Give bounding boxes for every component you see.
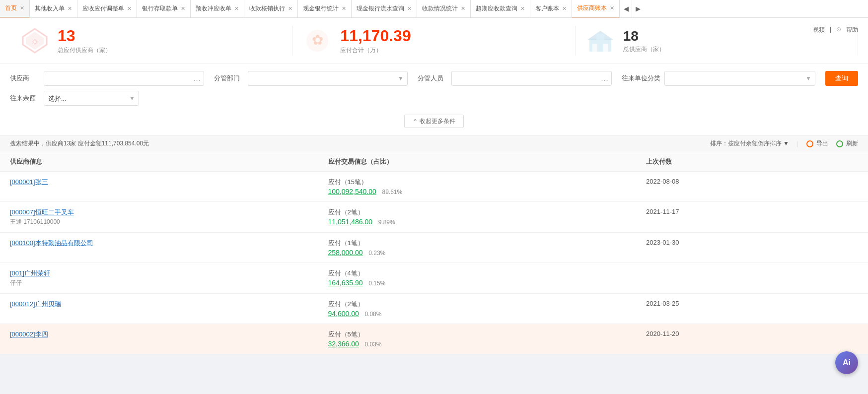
- nav-tab-receipt-stats[interactable]: 收款情况统计 ✕: [417, 0, 471, 18]
- lastpay-2: 2021-11-17: [646, 208, 858, 215]
- trans-amount-2[interactable]: 11,051,486.00: [328, 218, 373, 226]
- result-summary: 搜索结果中，供应商13家 应付金额111,703,854.00元: [10, 139, 149, 148]
- trans-amount-6[interactable]: 32,366.00: [328, 340, 359, 348]
- supplier-info-6: [000002]李四: [10, 330, 328, 339]
- lastpay-5: 2021-03-25: [646, 300, 858, 307]
- collapse-button[interactable]: ⌃ 收起更多条件: [404, 115, 464, 128]
- nav-tab-receipt-verify[interactable]: 收款核销执行 ✕: [244, 0, 298, 18]
- dept-select[interactable]: [248, 71, 408, 86]
- stat-info-suppliers: 13 总应付供应商（家）: [58, 27, 111, 55]
- nav-tab-supplier-book-label: 供应商账本: [577, 4, 607, 12]
- nav-tab-cash-bank-flow-close[interactable]: ✕: [407, 5, 412, 12]
- trans-amount-4[interactable]: 164,635.90: [328, 279, 363, 287]
- trans-amount-3[interactable]: 258,000.00: [328, 249, 363, 257]
- top-right-links: 视频 | ⊙ 帮助: [813, 26, 858, 34]
- nav-tab-cash-bank-stats[interactable]: 现金银行统计 ✕: [298, 0, 352, 18]
- lastpay-date-1: 2022-08-08: [646, 178, 679, 185]
- nav-tab-prepay-ar-close[interactable]: ✕: [234, 5, 239, 12]
- supplier-link-3[interactable]: [000100]本特勤油品有限公司: [10, 239, 328, 248]
- stat-number-suppliers: 13: [58, 27, 111, 45]
- supplier-link-1[interactable]: [000001]张三: [10, 178, 328, 187]
- svg-text:◇: ◇: [32, 37, 38, 45]
- trans-amount-1[interactable]: 100,092,540.00: [328, 188, 376, 196]
- collapse-label: 收起更多条件: [420, 117, 455, 126]
- trans-pct-2: 9.89%: [378, 219, 395, 226]
- nav-tab-ar-ap-adjust-close[interactable]: ✕: [127, 5, 132, 12]
- transaction-cell-1: 应付（15笔） 100,092,540.00 89.61%: [328, 178, 647, 196]
- trans-pct-6: 0.03%: [364, 341, 381, 348]
- nav-tab-customer-book-close[interactable]: ✕: [562, 5, 567, 12]
- nav-tab-receipt-verify-close[interactable]: ✕: [288, 5, 292, 12]
- nav-tab-home[interactable]: 首页 ✕: [0, 0, 30, 18]
- help-icon: ⊙: [836, 26, 841, 34]
- nav-tab-customer-book-label: 客户账本: [535, 4, 559, 13]
- nav-tab-supplier-book-close[interactable]: ✕: [610, 5, 614, 11]
- person-input[interactable]: [451, 71, 612, 86]
- nav-tab-overdue-ar-close[interactable]: ✕: [520, 5, 525, 12]
- supplier-info-4: [001]广州荣轩 仔仔: [10, 269, 328, 287]
- nav-prev-arrow[interactable]: ◀: [620, 0, 632, 18]
- trans-amount-5[interactable]: 94,600.00: [328, 310, 359, 318]
- supplier-info-2: [000007]恒旺二手叉车 王通 17106110000: [10, 208, 328, 226]
- nav-tab-ar-ap-adjust[interactable]: 应收应付调整单 ✕: [77, 0, 137, 18]
- nav-next-arrow[interactable]: ▶: [632, 0, 644, 18]
- refresh-action[interactable]: 刷新: [836, 139, 858, 148]
- stat-label-suppliers: 总应付供应商（家）: [58, 46, 111, 55]
- person-more-icon[interactable]: …: [601, 74, 609, 83]
- supplier-link-5[interactable]: [000012]广州贝瑞: [10, 300, 328, 309]
- transaction-cell-6: 应付（5笔） 32,366.00 0.03%: [328, 330, 647, 348]
- nav-tab-customer-book[interactable]: 客户账本 ✕: [530, 0, 572, 18]
- transaction-cell-5: 应付（2笔） 94,600.00 0.08%: [328, 300, 647, 318]
- category-select[interactable]: [664, 71, 816, 86]
- trans-label-3: 应付（1笔）: [328, 239, 647, 248]
- supplier-link-2[interactable]: [000007]恒旺二手叉车: [10, 208, 328, 217]
- supplier-sub-4: 仔仔: [10, 279, 328, 287]
- nav-tab-bank-deposit-close[interactable]: ✕: [181, 5, 185, 12]
- supplier-link-4[interactable]: [001]广州荣轩: [10, 269, 328, 278]
- header-transaction: 应付交易信息（占比）: [328, 157, 647, 166]
- nav-tab-home-close[interactable]: ✕: [20, 5, 24, 11]
- supplier-sub-2: 王通 17106110000: [10, 218, 328, 226]
- star-icon: ✿: [302, 26, 332, 56]
- supplier-link-6[interactable]: [000002]李四: [10, 330, 328, 339]
- supplier-label: 供应商: [10, 74, 40, 83]
- balance-select[interactable]: 选择...: [44, 91, 139, 106]
- separator: |: [830, 26, 831, 34]
- stat-number-total-suppliers: 18: [623, 28, 665, 44]
- transaction-cell-4: 应付（4笔） 164,635.90 0.15%: [328, 269, 647, 287]
- nav-tab-supplier-book[interactable]: 供应商账本 ✕: [572, 0, 620, 18]
- transaction-cell-3: 应付（1笔） 258,000.00 0.23%: [328, 239, 647, 257]
- nav-tab-bank-deposit[interactable]: 银行存取款单 ✕: [137, 0, 191, 18]
- nav-tab-receipt-stats-close[interactable]: ✕: [461, 5, 465, 12]
- collapse-container: ⌃ 收起更多条件: [10, 111, 858, 128]
- nav-tab-other-income[interactable]: 其他收入单 ✕: [30, 0, 77, 18]
- nav-tab-cash-bank-flow[interactable]: 现金银行流水查询 ✕: [352, 0, 417, 18]
- nav-tab-cash-bank-stats-close[interactable]: ✕: [342, 5, 346, 12]
- stat-number-amount: 11,170.39: [340, 27, 411, 45]
- filter-supplier: 供应商 …: [10, 71, 204, 86]
- sort-label[interactable]: 排序：按应付余额倒序排序 ▼: [710, 139, 789, 148]
- table-header: 供应商信息 应付交易信息（占比） 上次付数: [0, 152, 868, 172]
- trans-label-5: 应付（2笔）: [328, 300, 647, 309]
- dept-select-wrap: ▼: [248, 71, 408, 86]
- table-row: [000007]恒旺二手叉车 王通 17106110000 应付（2笔） 11,…: [0, 202, 868, 233]
- nav-tab-prepay-ar[interactable]: 预收冲应收单 ✕: [191, 0, 244, 18]
- filter-area: 供应商 … 分管部门 ▼ 分管人员 … 往来单位分类: [0, 64, 868, 135]
- diamond-icon: ◇: [20, 26, 50, 56]
- person-label: 分管人员: [418, 74, 447, 83]
- stat-info-total-suppliers: 18 总供应商（家）: [623, 28, 665, 54]
- trans-pct-3: 0.23%: [368, 250, 385, 257]
- supplier-input-wrap: …: [44, 71, 204, 86]
- nav-tab-other-income-close[interactable]: ✕: [68, 5, 72, 12]
- help-link[interactable]: 帮助: [846, 26, 858, 34]
- supplier-more-icon[interactable]: …: [193, 74, 201, 83]
- svg-rect-9: [596, 34, 604, 40]
- query-button[interactable]: 查询: [825, 71, 858, 86]
- top-navigation: 首页 ✕ 其他收入单 ✕ 应收应付调整单 ✕ 银行存取款单 ✕ 预收冲应收单 ✕…: [0, 0, 868, 18]
- nav-tab-overdue-ar[interactable]: 超期应收款查询 ✕: [471, 0, 530, 18]
- export-action[interactable]: 导出: [806, 139, 828, 148]
- nav-tab-ar-ap-adjust-label: 应收应付调整单: [82, 4, 124, 13]
- supplier-input[interactable]: [44, 71, 204, 86]
- video-link[interactable]: 视频: [813, 26, 825, 34]
- table-row: [001]广州荣轩 仔仔 应付（4笔） 164,635.90 0.15%: [0, 263, 868, 294]
